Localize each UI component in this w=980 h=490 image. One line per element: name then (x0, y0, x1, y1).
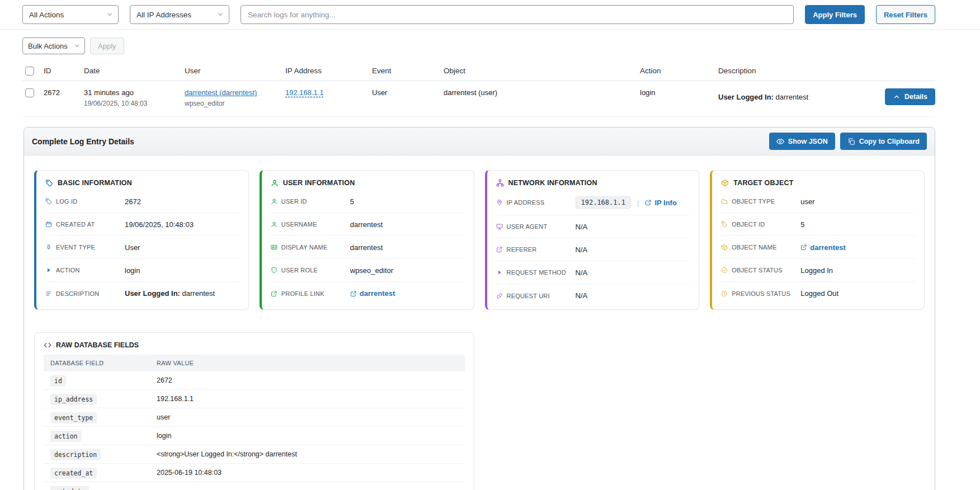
log-table: ID Date User IP Address Event Object Act… (22, 61, 935, 117)
chevron-down-icon (74, 43, 81, 49)
detail-row-object-type: OBJECT TYPE user (721, 190, 915, 213)
folder-icon (721, 198, 728, 205)
raw-card-title: RAW DATABASE FIELDS (44, 340, 465, 355)
detail-row-profile-link: PROFILE LINK darrentest (271, 282, 465, 305)
caret-right-icon (496, 269, 503, 276)
raw-row-ip-address: ip_address 192.168.1.1 (44, 390, 465, 408)
ip-info-link[interactable]: IP Info (645, 199, 676, 207)
bulk-actions-value: Bulk Actions (28, 42, 68, 50)
apply-filters-button[interactable]: Apply Filters (805, 5, 865, 24)
log-table-header: ID Date User IP Address Event Object Act… (22, 61, 935, 81)
id-card-icon (271, 244, 277, 251)
user-information-card: USER INFORMATION USER ID 5 USERNAME darr… (260, 170, 474, 310)
user-icon (271, 221, 277, 228)
code-icon (44, 341, 51, 349)
card-title: BASIC INFORMATION (45, 178, 239, 190)
action-cell: login (640, 88, 718, 97)
ip-cell: 192.168.1.1 (285, 88, 372, 97)
action-filter-select[interactable]: All Actions (22, 5, 119, 24)
detail-row-object-id: OBJECT ID 5 (721, 213, 915, 236)
detail-row-created-at: CREATED AT 19/06/2025, 10:48:03 (45, 213, 239, 236)
column-header-object: Object (444, 67, 640, 75)
details-panel-actions: Show JSON Copy to Clipboard (769, 133, 927, 150)
calendar-icon (45, 221, 52, 228)
description-text: User Logged In: darrentest (718, 93, 808, 101)
raw-row-id: id 2672 (44, 371, 465, 390)
event-cell: User (372, 88, 444, 97)
detail-row-user-role: USER ROLE wpseo_editor (271, 259, 465, 282)
monitor-icon (496, 223, 503, 230)
ip-link[interactable]: 192.168.1.1 (285, 88, 324, 97)
date-relative: 31 minutes ago (84, 88, 134, 97)
select-all-checkbox[interactable] (25, 67, 34, 76)
bulk-actions-select[interactable]: Bulk Actions (22, 37, 85, 54)
location-icon (496, 199, 503, 206)
bulk-actions-bar: Bulk Actions Apply (0, 30, 980, 61)
eye-icon (776, 138, 784, 145)
caret-right-icon (45, 267, 52, 274)
card-title: NETWORK INFORMATION (496, 178, 690, 190)
log-details-panel: Complete Log Entry Details Show JSON Cop… (23, 127, 935, 490)
external-link-icon (350, 290, 357, 297)
detail-row-event-type: EVENT TYPE User (45, 236, 239, 259)
row-checkbox[interactable] (25, 88, 34, 97)
raw-column-value: RAW VALUE (157, 360, 458, 366)
search-input[interactable] (241, 5, 794, 24)
action-filter-value: All Actions (29, 11, 64, 19)
detail-row-ip-address: IP ADDRESS 192.168.1.1 | IP Info (496, 190, 690, 215)
separator: | (637, 199, 639, 207)
network-information-card: NETWORK INFORMATION IP ADDRESS 192.168.1… (485, 170, 700, 310)
column-header-date: Date (84, 67, 185, 75)
list-icon (45, 290, 52, 297)
user-role: wpseo_editor (185, 100, 285, 107)
raw-section: RAW DATABASE FIELDS DATABASE FIELD RAW V… (24, 310, 935, 490)
external-link-icon (496, 246, 503, 253)
detail-row-description: DESCRIPTION User Logged In: darrentest (45, 282, 239, 305)
column-header-action: Action (640, 67, 718, 75)
object-name-link[interactable]: darrentest (800, 243, 846, 252)
column-header-id: ID (44, 67, 84, 75)
external-link-icon (800, 244, 807, 251)
reset-filters-button[interactable]: Reset Filters (876, 5, 935, 24)
card-title: TARGET OBJECT (721, 178, 915, 190)
user-icon (271, 198, 277, 205)
description-cell: User Logged In: darrentest Details (718, 88, 935, 105)
show-json-button[interactable]: Show JSON (769, 133, 835, 150)
detail-row-referer: REFERER N/A (496, 238, 690, 261)
clock-icon (721, 290, 728, 297)
raw-row-created-at: created_at 2025-06-19 10:48:03 (44, 464, 465, 482)
detail-row-display-name: DISPLAY NAME darrentest (271, 236, 465, 259)
detail-row-user-id: USER ID 5 (271, 190, 465, 213)
pushpin-icon (45, 244, 52, 251)
detail-row-action: ACTION login (45, 259, 239, 282)
detail-row-user-agent: USER AGENT N/A (496, 215, 690, 238)
detail-row-request-method: REQUEST METHOD N/A (496, 261, 690, 284)
tag-icon (721, 221, 728, 228)
raw-row-metadata: metadata (44, 482, 465, 490)
user-icon (271, 179, 279, 187)
detail-cards: BASIC INFORMATION LOG ID 2672 CREATED AT… (24, 156, 935, 310)
detail-row-object-status: OBJECT STATUS Logged In (721, 259, 915, 282)
profile-link[interactable]: darrentest (350, 289, 395, 298)
user-link[interactable]: darrentest (darrentest) (185, 88, 257, 97)
details-toggle-button[interactable]: Details (885, 88, 935, 105)
details-panel-title: Complete Log Entry Details (32, 137, 134, 146)
ip-filter-select[interactable]: All IP Addresses (130, 5, 229, 24)
detail-row-log-id: LOG ID 2672 (45, 190, 239, 213)
raw-column-field: DATABASE FIELD (50, 360, 157, 366)
detail-row-object-name: OBJECT NAME darrentest (721, 236, 915, 259)
basic-information-card: BASIC INFORMATION LOG ID 2672 CREATED AT… (34, 170, 249, 310)
copy-to-clipboard-button[interactable]: Copy to Clipboard (840, 133, 927, 150)
raw-row-event-type: event_type user (44, 408, 465, 427)
raw-row-action: action login (44, 427, 465, 445)
chevron-up-icon (893, 93, 901, 101)
target-object-card: TARGET OBJECT OBJECT TYPE user OBJECT ID… (710, 170, 925, 310)
filter-toolbar: All Actions All IP Addresses Apply Filte… (0, 0, 980, 30)
bulk-apply-button[interactable]: Apply (90, 37, 124, 54)
user-cell: darrentest (darrentest) wpseo_editor (185, 88, 285, 107)
column-header-event: Event (372, 67, 444, 75)
ip-address-chip: 192.168.1.1 (576, 196, 631, 209)
raw-database-fields-card: RAW DATABASE FIELDS DATABASE FIELD RAW V… (34, 332, 474, 490)
date-cell: 31 minutes ago 19/06/2025, 10:48:03 (84, 88, 185, 107)
raw-table-header: DATABASE FIELD RAW VALUE (44, 355, 465, 371)
